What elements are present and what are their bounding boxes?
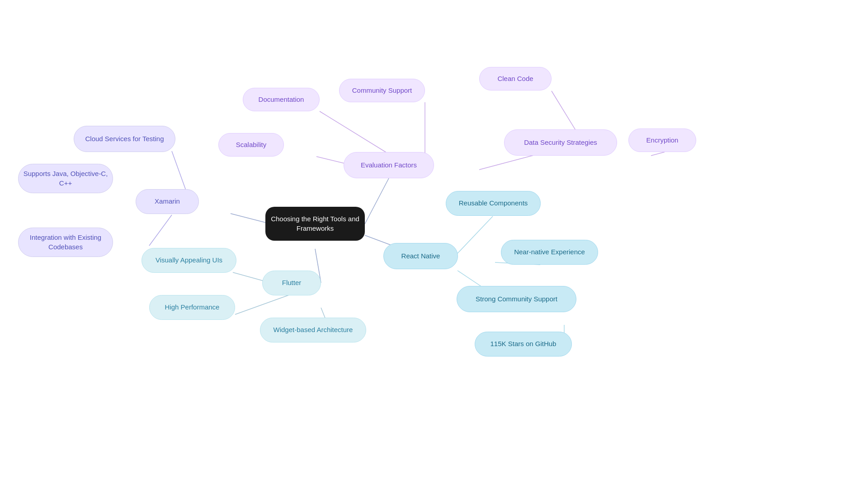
clean-code-label: Clean Code: [495, 73, 535, 84]
cloud-services-label: Cloud Services for Testing: [84, 133, 166, 144]
svg-line-13: [235, 294, 292, 314]
evaluation-factors-label: Evaluation Factors: [359, 160, 419, 171]
stars-label: 115K Stars on GitHub: [489, 338, 558, 349]
community-support-node[interactable]: Community Support: [339, 79, 425, 102]
svg-line-0: [365, 178, 389, 224]
near-native-label: Near-native Experience: [512, 247, 587, 257]
react-native-node[interactable]: React Native: [383, 243, 458, 269]
integration-label: Integration with Existing Codebases: [28, 232, 103, 252]
strong-community-label: Strong Community Support: [474, 294, 559, 304]
svg-line-10: [149, 215, 172, 246]
encryption-label: Encryption: [645, 135, 680, 146]
widget-based-label: Widget-based Architecture: [272, 324, 355, 335]
visually-appealing-label: Visually Appealing UIs: [154, 255, 224, 266]
cloud-services-node[interactable]: Cloud Services for Testing: [74, 126, 175, 152]
near-native-experience-node[interactable]: Near-native Experience: [501, 240, 598, 265]
xamarin-node[interactable]: Xamarin: [136, 189, 199, 214]
widget-based-node[interactable]: Widget-based Architecture: [260, 318, 366, 343]
data-security-strategies-node[interactable]: Data Security Strategies: [504, 129, 617, 156]
data-security-label: Data Security Strategies: [522, 137, 599, 148]
integration-codebases-node[interactable]: Integration with Existing Codebases: [18, 228, 113, 257]
scalability-node[interactable]: Scalability: [218, 133, 284, 157]
supports-java-label: Supports Java, Objective-C, C++: [22, 168, 110, 189]
documentation-node[interactable]: Documentation: [243, 88, 320, 111]
stars-github-node[interactable]: 115K Stars on GitHub: [475, 332, 572, 357]
community-support-label: Community Support: [350, 85, 414, 96]
xamarin-label: Xamarin: [153, 196, 182, 207]
high-performance-node[interactable]: High Performance: [149, 295, 235, 320]
center-label: Choosing the Right Tools and Frameworks: [269, 214, 361, 234]
scalability-label: Scalability: [234, 139, 269, 150]
reusable-components-node[interactable]: Reusable Components: [446, 191, 541, 216]
high-performance-label: High Performance: [163, 302, 222, 313]
supports-java-node[interactable]: Supports Java, Objective-C, C++: [18, 164, 113, 193]
visually-appealing-node[interactable]: Visually Appealing UIs: [142, 248, 236, 273]
clean-code-node[interactable]: Clean Code: [479, 67, 552, 90]
documentation-label: Documentation: [257, 94, 306, 105]
svg-line-16: [458, 216, 493, 253]
strong-community-node[interactable]: Strong Community Support: [457, 286, 576, 312]
flutter-node[interactable]: Flutter: [262, 271, 321, 295]
evaluation-factors-node[interactable]: Evaluation Factors: [344, 152, 434, 178]
flutter-label: Flutter: [280, 277, 303, 288]
reusable-components-label: Reusable Components: [457, 198, 530, 209]
center-node[interactable]: Choosing the Right Tools and Frameworks: [265, 207, 365, 241]
react-native-label: React Native: [400, 251, 442, 262]
encryption-node[interactable]: Encryption: [628, 128, 696, 152]
svg-line-6: [651, 152, 665, 156]
